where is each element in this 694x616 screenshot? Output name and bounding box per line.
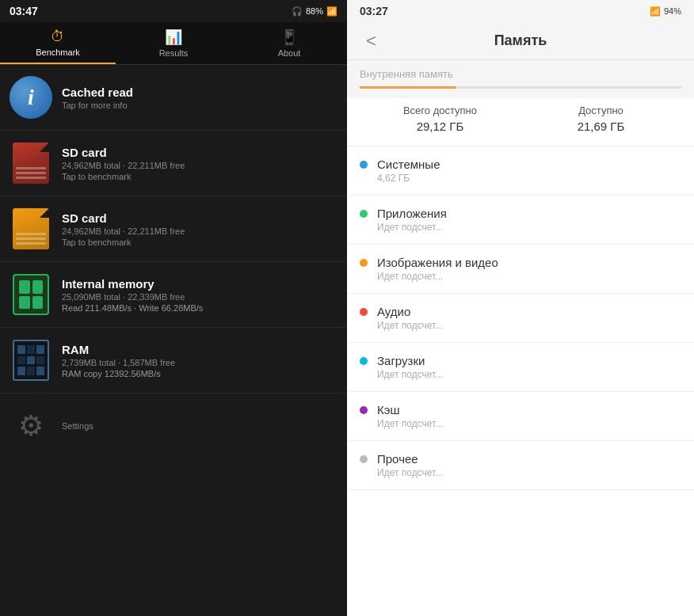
sd-card-1-action: Tap to benchmark: [62, 172, 337, 181]
settings-item[interactable]: ⚙ Settings: [0, 394, 347, 458]
status-icons-right: 📶 94%: [650, 6, 681, 17]
storage-info-5: Кэш Идет подсчет...: [377, 403, 681, 429]
sd-card-1-title: SD card: [62, 146, 337, 159]
right-header: < Память: [347, 22, 694, 60]
sd-red-icon-wrapper: [10, 142, 52, 184]
storage-item-6[interactable]: Прочее Идет подсчет...: [347, 441, 694, 490]
sd-card-yellow-icon: [13, 208, 49, 249]
internal-memory-subtitle: 25,090MB total · 22,339MB free: [62, 292, 337, 302]
back-button[interactable]: <: [360, 28, 383, 55]
storage-info-0: Системные 4,62 ГБ: [377, 158, 681, 184]
ram-text: RAM 2,739MB total · 1,587MB free RAM cop…: [62, 343, 337, 378]
headphone-icon: 🎧: [292, 6, 303, 17]
sd-stripe-3: [16, 177, 46, 179]
storage-info-1: Приложения Идет подсчет...: [377, 207, 681, 233]
settings-label: Settings: [62, 421, 337, 431]
cached-read-title: Cached read: [62, 86, 337, 99]
status-bar-left: 03:47 🎧 88% 📶: [0, 0, 347, 22]
internal-icon-wrapper: [10, 273, 52, 316]
status-bar-right: 03:27 📶 94%: [347, 0, 694, 22]
sd-card-2-text: SD card 24,962MB total · 22,211MB free T…: [62, 211, 337, 247]
divider-bar: [360, 86, 681, 89]
storage-name-3: Аудио: [377, 305, 681, 318]
cell-2: [32, 280, 44, 294]
benchmark-icon: ⏱: [51, 29, 65, 45]
cell-3: [19, 296, 30, 310]
sd-card-red-icon: [13, 143, 49, 184]
storage-size-2: Идет подсчет...: [377, 271, 681, 282]
internal-memory-item[interactable]: Internal memory 25,090MB total · 22,339M…: [0, 262, 347, 328]
available-label: Доступно: [520, 105, 681, 116]
ram-title: RAM: [62, 343, 337, 356]
tab-benchmark-label: Benchmark: [36, 48, 80, 57]
cell-4: [32, 296, 44, 310]
left-panel: 03:47 🎧 88% 📶 ⏱ Benchmark 📊 Results 📱 Ab…: [0, 0, 347, 616]
sd-stripes-2: [16, 233, 46, 245]
sd-stripe-4: [16, 233, 46, 235]
storage-item-3[interactable]: Аудио Идет подсчет...: [347, 294, 694, 343]
storage-item-5[interactable]: Кэш Идет подсчет...: [347, 392, 694, 441]
ram-cell-6: [36, 356, 44, 365]
storage-name-5: Кэш: [377, 403, 681, 416]
sd-card-1-item[interactable]: SD card 24,962MB total · 22,211MB free T…: [0, 131, 347, 196]
ram-cell-5: [27, 356, 35, 365]
wifi-right-icon: 📶: [650, 6, 661, 17]
tab-results-label: Results: [159, 48, 189, 58]
storage-item-0[interactable]: Системные 4,62 ГБ: [347, 146, 694, 196]
battery-left: 88%: [306, 6, 323, 16]
ram-cell-8: [27, 367, 35, 375]
storage-name-1: Приложения: [377, 207, 681, 220]
storage-name-6: Прочее: [377, 452, 681, 466]
storage-item-1[interactable]: Приложения Идет подсчет...: [347, 196, 694, 245]
sd-stripe-5: [16, 238, 46, 240]
storage-item-2[interactable]: Изображения и видео Идет подсчет...: [347, 245, 694, 294]
cached-read-text: Cached read Tap for more info: [62, 86, 337, 110]
sd-stripe-1: [16, 167, 46, 169]
storage-info-2: Изображения и видео Идет подсчет...: [377, 256, 681, 282]
right-panel: 03:27 📶 94% < Память Внутренняя память В…: [347, 0, 694, 616]
battery-right: 94%: [664, 6, 681, 16]
ram-action: RAM copy 12392.56MB/s: [62, 369, 337, 378]
sd-card-1-text: SD card 24,962MB total · 22,211MB free T…: [62, 146, 337, 181]
tab-results[interactable]: 📊 Results: [116, 22, 231, 64]
storage-size-1: Идет подсчет...: [377, 222, 681, 233]
sd-card-2-item[interactable]: SD card 24,962MB total · 22,211MB free T…: [0, 196, 347, 262]
ram-cell-3: [36, 345, 44, 354]
about-icon: 📱: [280, 29, 298, 46]
internal-memory-icon: [13, 274, 49, 315]
settings-icon-wrapper: ⚙: [10, 405, 52, 447]
storage-size-6: Идет подсчет...: [377, 467, 681, 478]
status-icons-left: 🎧 88% 📶: [292, 6, 337, 17]
ram-row-1: [17, 345, 44, 354]
benchmark-list: i Cached read Tap for more info: [0, 65, 347, 616]
storage-name-0: Системные: [377, 158, 681, 171]
ram-cell-2: [27, 345, 35, 354]
tab-bar: ⏱ Benchmark 📊 Results 📱 About: [0, 22, 347, 65]
ram-row-2: [17, 356, 44, 365]
total-stat: Всего доступно 29,12 ГБ: [360, 105, 520, 133]
tab-benchmark[interactable]: ⏱ Benchmark: [0, 22, 116, 64]
storage-dot-6: [360, 455, 368, 463]
ram-cell-9: [36, 367, 44, 375]
total-label: Всего доступно: [360, 105, 520, 116]
time-right: 03:27: [360, 5, 388, 17]
ram-subtitle: 2,739MB total · 1,587MB free: [62, 358, 337, 367]
storage-name-4: Загрузки: [377, 354, 681, 367]
cached-read-item[interactable]: i Cached read Tap for more info: [0, 65, 347, 131]
settings-text: Settings: [62, 421, 337, 431]
cached-read-subtitle: Tap for more info: [62, 101, 337, 110]
internal-memory-title: Internal memory: [62, 277, 337, 291]
storage-info-4: Загрузки Идет подсчет...: [377, 354, 681, 380]
sd-card-2-subtitle: 24,962MB total · 22,211MB free: [62, 226, 337, 236]
tab-about[interactable]: 📱 About: [231, 22, 347, 64]
gear-icon: ⚙: [12, 407, 50, 445]
sd-stripe-2: [16, 172, 46, 174]
right-title: Память: [494, 32, 547, 49]
internal-memory-action: Read 211.48MB/s · Write 66.28MB/s: [62, 303, 337, 313]
ram-item[interactable]: RAM 2,739MB total · 1,587MB free RAM cop…: [0, 328, 347, 394]
sd-card-2-title: SD card: [62, 211, 337, 225]
storage-item-4[interactable]: Загрузки Идет подсчет...: [347, 343, 694, 392]
available-stat: Доступно 21,69 ГБ: [520, 105, 681, 133]
storage-dot-0: [360, 161, 368, 169]
cached-read-icon-wrapper: i: [10, 76, 52, 119]
